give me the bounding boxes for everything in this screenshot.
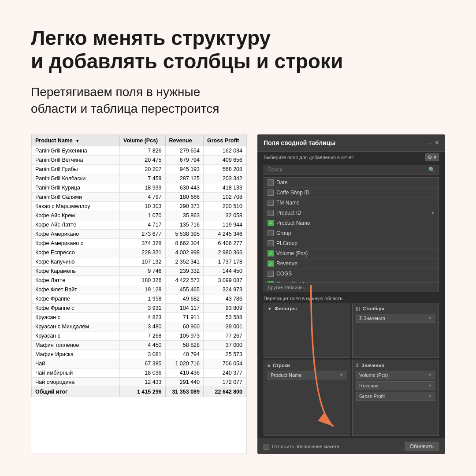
table-cell: 200 510 xyxy=(203,202,246,211)
field-label: TM Name xyxy=(276,200,435,206)
zone-item[interactable]: Product Name▼ xyxy=(268,371,346,379)
table-row: Кофе Капучино107 1322 352 3411 737 178 xyxy=(32,257,246,267)
table-cell: Круасан с Миндалём xyxy=(32,322,120,331)
field-checkbox[interactable]: ✓ xyxy=(268,260,274,267)
table-cell: Кофе Американо xyxy=(32,230,120,239)
field-item[interactable]: ✓Product Name xyxy=(264,218,439,228)
zone-item-label: Σ Значения xyxy=(359,316,385,321)
table-cell: 240 377 xyxy=(203,368,246,378)
field-item[interactable]: Date xyxy=(264,178,439,188)
field-checkbox[interactable] xyxy=(268,179,274,186)
table-row: Кофе Латте180 3264 422 5733 099 087 xyxy=(32,276,246,285)
zone-item-label: Product Name xyxy=(271,372,301,378)
table-cell: 3 931 xyxy=(120,304,166,313)
col-header-product: Product Name ▼ xyxy=(32,135,120,146)
table-row: Чай имбирный18 036410 436240 377 xyxy=(32,368,246,378)
field-item[interactable]: ✓Gross Profit xyxy=(264,279,439,283)
table-cell: 135 716 xyxy=(165,220,203,230)
table-cell: 104 117 xyxy=(165,304,203,313)
table-cell: 228 321 xyxy=(120,248,166,257)
zone-item-arrow-icon[interactable]: ▼ xyxy=(428,373,432,377)
table-footer-row: Общий итог 1 415 296 31 353 089 22 642 8… xyxy=(32,387,246,397)
field-checkbox[interactable] xyxy=(268,190,274,196)
table-cell: 37 000 xyxy=(203,341,246,350)
table-row: Круасан с7 268105 97377 267 xyxy=(32,331,246,341)
table-cell: 71 911 xyxy=(165,313,203,322)
table-cell: 49 682 xyxy=(165,294,203,304)
table-cell: 119 944 xyxy=(203,220,246,230)
zone-item-arrow-icon[interactable]: ▼ xyxy=(428,316,432,320)
table-cell: 1 070 xyxy=(120,211,166,220)
field-checkbox[interactable] xyxy=(268,240,274,246)
zone-item-arrow-icon[interactable]: ▼ xyxy=(428,383,432,388)
field-checkbox[interactable] xyxy=(268,230,274,236)
other-tables-link[interactable]: Другие таблицы... xyxy=(264,283,439,292)
field-item[interactable]: Coffe Shop ID xyxy=(264,188,439,198)
zone-item-label: Revenue xyxy=(359,383,379,388)
table-cell: Какао с Маршмеллоу xyxy=(32,202,120,211)
field-item[interactable]: PLGroup xyxy=(264,238,439,249)
search-input[interactable] xyxy=(268,167,428,173)
col-header-profit: Gross Profit xyxy=(203,135,246,146)
search-box[interactable]: 🔍 xyxy=(264,165,439,175)
table-cell: PaniniGrill Колбаски xyxy=(32,174,120,183)
table-cell: Кофе Айс Крем xyxy=(32,211,120,220)
panel-subtitle: Выберите поля для добавления в отчет: xyxy=(264,155,354,160)
defer-update-label: Отложить обновление макета xyxy=(272,444,339,449)
zone-item[interactable]: Gross Profit▼ xyxy=(356,392,435,401)
table-row: Мафин Ириска3 08140 79425 573 xyxy=(32,350,246,359)
zone-item-arrow-icon[interactable]: ▼ xyxy=(339,373,343,377)
table-body: PaniniGrill Буженина7 826279 654162 034P… xyxy=(32,146,246,387)
table-row: Кофе Фраппе с3 931104 11793 809 xyxy=(32,304,246,313)
zone-item-arrow-icon[interactable]: ▼ xyxy=(428,394,432,398)
table-cell: 25 573 xyxy=(203,350,246,359)
table-cell: 374 328 xyxy=(120,239,166,248)
table-cell: 32 058 xyxy=(203,211,246,220)
table-cell: Чай xyxy=(32,359,120,368)
panel-footer: Отложить обновление макета Обновить xyxy=(257,439,445,454)
field-checkbox[interactable] xyxy=(268,271,274,277)
zone-item[interactable]: Revenue▼ xyxy=(356,381,435,390)
field-checkbox[interactable]: ✓ xyxy=(268,220,274,226)
table-cell: 19 128 xyxy=(120,285,166,294)
field-checkbox[interactable] xyxy=(268,210,274,216)
minimize-icon[interactable]: – xyxy=(428,139,431,147)
field-item[interactable]: Group xyxy=(264,228,439,238)
table-row: PaniniGrill Грибы20 207945 193568 208 xyxy=(32,165,246,174)
field-label: COGS xyxy=(276,271,435,277)
table-cell: 324 973 xyxy=(203,285,246,294)
table-cell: Кофе Еспрессо xyxy=(32,248,120,257)
field-checkbox[interactable]: ✓ xyxy=(268,250,274,257)
field-item[interactable]: ✓Revenue xyxy=(264,259,439,269)
zone-header: ≡Строки xyxy=(268,363,346,368)
update-button[interactable]: Обновить xyxy=(405,442,439,451)
zone-item-label: Gross Profit xyxy=(359,394,385,399)
table-cell: Кофе Латте xyxy=(32,276,120,285)
table-cell: 4 245 346 xyxy=(203,230,246,239)
table-row: PaniniGrill Колбаски7 459287 125203 342 xyxy=(32,174,246,183)
filter-icon[interactable]: ▼ xyxy=(75,139,79,143)
gear-button[interactable]: ⚙ ▾ xyxy=(425,153,439,161)
field-item[interactable]: COGS xyxy=(264,269,439,279)
table-row: PaniniGrill Курица18 939630 443418 133 xyxy=(32,183,246,193)
zone-box: ΣЗначенияVolume (Pcs)▼Revenue▼Gross Prof… xyxy=(352,360,439,436)
close-icon[interactable]: × xyxy=(435,139,439,147)
defer-update-checkbox[interactable] xyxy=(264,444,269,450)
zone-icon: Σ xyxy=(356,363,359,368)
field-item[interactable]: ✓Volume (Pcs) xyxy=(264,249,439,259)
table-cell: 58 828 xyxy=(165,341,203,350)
table-cell: PaniniGrill Грибы xyxy=(32,165,120,174)
table-cell: 35 863 xyxy=(165,211,203,220)
table-cell: PaniniGrill Ветчина xyxy=(32,156,120,165)
table-cell: 291 440 xyxy=(165,378,203,387)
field-item[interactable]: TM Name xyxy=(264,198,439,208)
table-cell: 144 450 xyxy=(203,267,246,276)
field-item[interactable]: Product ID▼ xyxy=(264,208,439,218)
table-cell: 40 794 xyxy=(165,350,203,359)
zone-item[interactable]: Σ Значения▼ xyxy=(356,314,435,323)
table-cell: 8 662 304 xyxy=(165,239,203,248)
field-checkbox[interactable] xyxy=(268,200,274,206)
field-expand-icon[interactable]: ▼ xyxy=(431,211,435,216)
zone-item[interactable]: Volume (Pcs)▼ xyxy=(356,371,435,379)
table-cell: 290 373 xyxy=(165,202,203,211)
